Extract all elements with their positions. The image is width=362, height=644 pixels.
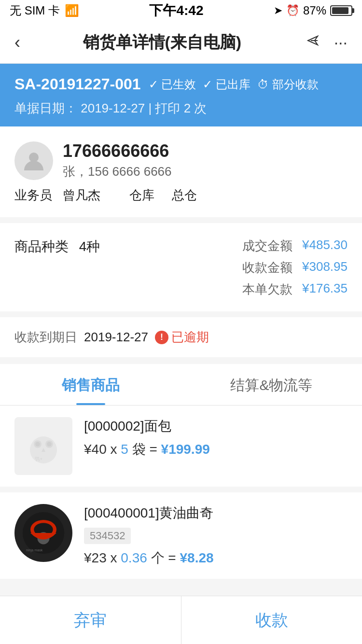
svg-point-5 — [35, 442, 40, 447]
avatar — [14, 141, 53, 180]
tab-products[interactable]: 销售商品 — [0, 364, 181, 405]
page-title: 销货单详情(来自电脑) — [83, 31, 242, 54]
carrier-label: 无 SIM 卡 — [10, 3, 60, 18]
owing-label: 本单欠款 — [242, 281, 292, 298]
product-qty: 0.36 — [121, 550, 147, 565]
customer-id: 17666666666 — [63, 141, 172, 161]
alarm-icon: ⏰ — [286, 4, 299, 17]
customer-name: 张，156 6666 6666 — [63, 163, 172, 180]
due-section: 收款到期日 2019-12-27 ! 已逾期 — [0, 317, 362, 357]
price-base: ¥40 — [84, 442, 107, 457]
customer-meta: 业务员 曾凡杰 仓库 总仓 — [14, 187, 348, 204]
received-value: ¥308.95 — [302, 259, 348, 276]
warehouse-label: 仓库 — [129, 188, 154, 202]
product-price-row: ¥23 x 0.36 个 = ¥8.28 — [84, 549, 348, 567]
salesperson-value: 曾凡杰 — [63, 188, 100, 202]
product-name: [0000002]面包 — [84, 417, 348, 435]
customer-info: 17666666666 张，156 6666 6666 — [63, 141, 172, 180]
kind-label: 商品种类 — [14, 239, 69, 254]
product-thumbnail: ninja mask — [14, 504, 72, 562]
share-button[interactable] — [304, 32, 320, 53]
received-label: 收款金额 — [242, 259, 292, 276]
date-label: 单据日期： — [14, 101, 77, 115]
received-row: 收款金额 ¥308.95 — [242, 259, 348, 276]
list-item: ninja mask [000400001]黄油曲奇 534532 ¥23 x … — [0, 492, 362, 579]
order-header-top: SA-20191227-001 ✓ 已生效 ✓ 已出库 ⏱ 部分收款 — [14, 75, 348, 93]
customer-row: 17666666666 张，156 6666 6666 — [14, 141, 348, 180]
summary-right: 成交金额 ¥485.30 收款金额 ¥308.95 本单欠款 ¥176.35 — [242, 238, 348, 298]
list-item: 鸮+ [0000002]面包 ¥40 x 5 袋 = ¥199.99 — [0, 406, 362, 487]
kind-value: 4种 — [79, 239, 100, 254]
tab-settlement[interactable]: 结算&物流等 — [181, 364, 362, 405]
svg-point-6 — [47, 442, 52, 447]
amount-row: 成交金额 ¥485.30 — [242, 238, 348, 254]
svg-text:ninja mask: ninja mask — [26, 548, 43, 552]
owing-value: ¥176.35 — [302, 281, 348, 298]
location-icon: ➤ — [274, 4, 282, 17]
product-name: [000400001]黄油曲奇 — [84, 504, 348, 522]
product-price-row: ¥40 x 5 袋 = ¥199.99 — [84, 440, 348, 459]
status-effective: ✓ 已生效 — [149, 77, 196, 92]
more-button[interactable]: ··· — [334, 33, 348, 52]
overdue-icon: ! — [155, 331, 168, 344]
customer-section: 17666666666 张，156 6666 6666 业务员 曾凡杰 仓库 总… — [0, 126, 362, 217]
order-date: 2019-12-27 — [81, 101, 145, 115]
product-info: [0000002]面包 ¥40 x 5 袋 = ¥199.99 — [84, 417, 348, 459]
owing-row: 本单欠款 ¥176.35 — [242, 281, 348, 298]
bottom-bar: 弃审 收款 — [0, 596, 362, 644]
product-total: ¥199.99 — [161, 442, 210, 457]
product-badge: 534532 — [84, 528, 131, 544]
battery-icon — [330, 5, 352, 16]
status-left: 无 SIM 卡 📶 — [10, 3, 79, 18]
product-thumbnail: 鸮+ — [14, 417, 72, 475]
section-divider — [0, 357, 362, 364]
status-bar: 无 SIM 卡 📶 下午4:42 ➤ ⏰ 87% — [0, 0, 362, 21]
amount-value: ¥485.30 — [302, 238, 348, 254]
amount-label: 成交金额 — [242, 238, 292, 254]
svg-text:鸮+: 鸮+ — [35, 456, 42, 462]
salesperson-label: 业务员 — [14, 188, 52, 202]
summary-left: 商品种类 4种 — [14, 238, 100, 256]
status-tags: ✓ 已生效 ✓ 已出库 ⏱ 部分收款 — [149, 77, 319, 92]
status-partial: ⏱ 部分收款 — [257, 77, 319, 92]
product-total: ¥8.28 — [180, 550, 213, 565]
battery-label: 87% — [303, 4, 326, 17]
due-label: 收款到期日 — [14, 329, 77, 346]
back-button[interactable]: ‹ — [14, 32, 20, 53]
product-kinds: 商品种类 4种 — [14, 238, 100, 256]
product-unit: 个 — [151, 550, 165, 565]
summary-section: 商品种类 4种 成交金额 ¥485.30 收款金额 ¥308.95 本单欠款 ¥… — [0, 223, 362, 311]
tabs: 销售商品 结算&物流等 — [0, 364, 362, 406]
cancel-button[interactable]: 弃审 — [0, 596, 181, 644]
price-base: ¥23 — [84, 550, 107, 565]
overdue-label: 已逾期 — [171, 329, 209, 346]
due-date: 2019-12-27 — [84, 330, 148, 345]
nav-bar: ‹ 销货单详情(来自电脑) ··· — [0, 21, 362, 64]
product-list: 鸮+ [0000002]面包 ¥40 x 5 袋 = ¥199.99 — [0, 406, 362, 579]
order-number: SA-20191227-001 — [14, 75, 141, 93]
order-date-line: 单据日期： 2019-12-27 | 打印 2 次 — [14, 100, 348, 117]
product-info: [000400001]黄油曲奇 534532 ¥23 x 0.36 个 = ¥8… — [84, 504, 348, 567]
status-shipped: ✓ 已出库 — [203, 77, 251, 92]
overdue-badge: ! 已逾期 — [155, 329, 209, 346]
warehouse-value: 总仓 — [172, 188, 197, 202]
print-suffix: 次 — [194, 101, 207, 115]
status-right: ➤ ⏰ 87% — [274, 4, 352, 17]
product-qty: 5 — [121, 442, 128, 457]
print-count: 2 — [184, 101, 191, 115]
warehouse-item: 仓库 总仓 — [129, 187, 197, 204]
salesperson-item: 业务员 曾凡杰 — [14, 187, 100, 204]
product-unit: 袋 — [132, 442, 146, 457]
confirm-button[interactable]: 收款 — [181, 596, 362, 644]
order-header: SA-20191227-001 ✓ 已生效 ✓ 已出库 ⏱ 部分收款 单据日期：… — [0, 64, 362, 126]
print-label: | 打印 — [148, 101, 180, 115]
wifi-icon: 📶 — [65, 4, 79, 17]
status-time: 下午4:42 — [149, 1, 203, 20]
nav-actions: ··· — [304, 32, 348, 53]
